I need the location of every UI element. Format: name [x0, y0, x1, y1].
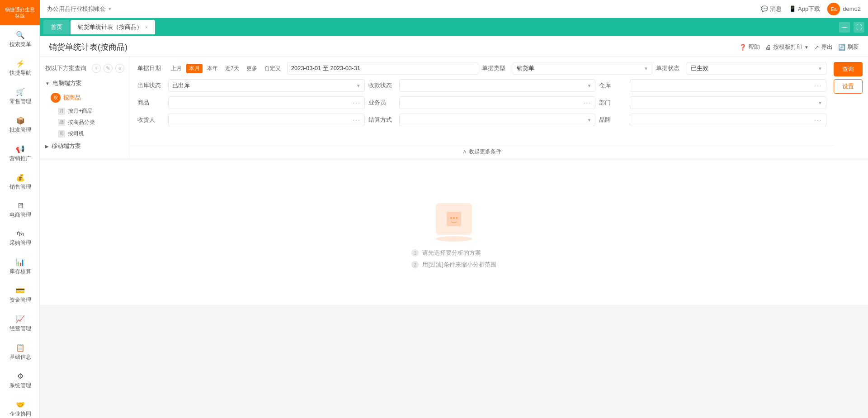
message-icon: 💬: [761, 5, 768, 12]
tab-sales-report[interactable]: 销货单统计表（按商品） ×: [71, 20, 155, 34]
doctype-select[interactable]: 销货单 ▼: [513, 62, 652, 75]
ds-custom[interactable]: 自定义: [262, 64, 283, 73]
recstatus-caret-icon: ▼: [587, 83, 591, 88]
tree-mobile-section[interactable]: ▶ 移动端方案: [40, 139, 130, 153]
date-range-picker[interactable]: 2023-03-01 至 2023-03-31: [287, 62, 478, 75]
ds-last-month[interactable]: 上月: [168, 64, 184, 73]
goods-input[interactable]: ···: [168, 96, 365, 109]
tree-sub-driver[interactable]: 司 按司机: [40, 128, 130, 139]
filter-docstatus-field: 单据状态 已生效 ▼: [656, 62, 826, 75]
filter-date-field: 单据日期 上月 本月 本年 近7天 更多 自定义 2023-03-01 至 20…: [137, 62, 478, 75]
sidebar-item-retail[interactable]: 🛒 零售管理: [0, 82, 39, 111]
add-scheme-btn[interactable]: +: [92, 64, 101, 73]
inventory-icon: 📊: [16, 258, 25, 266]
tab-close-icon[interactable]: ×: [145, 25, 148, 30]
sidebar-item-management[interactable]: 📈 经营管理: [0, 309, 39, 338]
user-menu[interactable]: Ea demo2: [827, 3, 861, 15]
outstatus-caret-icon: ▼: [356, 83, 361, 88]
empty-tip-2: 2 用[过滤]条件来缩小分析范围: [411, 261, 496, 269]
sidebar-item-label: 经营管理: [9, 325, 31, 332]
sidebar-item-label: 销售管理: [9, 183, 31, 191]
export-btn[interactable]: ↗ 导出: [814, 43, 833, 51]
sidebar-item-purchase[interactable]: 🛍 采购管理: [0, 224, 39, 252]
logo: 畅捷通好生意标版: [0, 0, 40, 25]
page-header: 销货单统计表(按商品) ❓ 帮助 🖨 按模板打印 ▼ ↗ 导出 🔄 刷新: [40, 36, 868, 57]
tree-item-by-goods[interactable]: 按 按商品: [40, 90, 130, 105]
svg-point-2: [453, 217, 455, 219]
filter-form-container: 单据日期 上月 本月 本年 近7天 更多 自定义 2023-03-01 至 20…: [130, 57, 834, 158]
settings-btn[interactable]: 设置: [834, 79, 863, 94]
docstatus-select[interactable]: 已生效 ▼: [687, 62, 826, 75]
ds-this-year[interactable]: 本年: [204, 64, 221, 73]
ds-last7days[interactable]: 近7天: [222, 64, 242, 73]
sidebar: 畅捷通好生意标版 🔍 搜索菜单 ⚡ 快捷导航 🛒 零售管理 📦 批发管理 📢 营…: [0, 0, 40, 418]
help-icon: ❓: [739, 44, 746, 51]
month-goods-icon: 月: [58, 108, 65, 115]
ds-this-month[interactable]: 本月: [186, 64, 203, 73]
brand-dots-icon: ···: [814, 116, 822, 124]
sidebar-item-basic[interactable]: 📋 基础信息: [0, 338, 39, 366]
filter-area: 按以下方案查询 + ✎ « ▼ 电脑端方案 按 按商品 月: [40, 57, 868, 158]
filter-goods-field: 商品 ···: [137, 96, 365, 109]
sidebar-item-quicknav[interactable]: ⚡ 快捷导航: [0, 54, 39, 82]
tree-sub-month-goods[interactable]: 月 按月+商品: [40, 105, 130, 117]
salesman-input[interactable]: ···: [399, 96, 596, 109]
home-tab-label: 首页: [51, 23, 62, 31]
brand-input[interactable]: ···: [630, 114, 826, 126]
empty-illustration: [427, 196, 481, 242]
collapse-more-btn[interactable]: ∧ 收起更多条件: [130, 145, 834, 158]
filter-row-4: 收货人 ··· 结算方式 ▼: [137, 114, 826, 126]
filter-receiver-field: 收货人 ···: [137, 114, 365, 126]
outstatus-label: 出库状态: [137, 81, 165, 90]
sidebar-item-collab[interactable]: 🤝 企业协同: [0, 395, 39, 418]
recstatus-label: 收款状态: [368, 81, 396, 90]
sidebar-item-label: 电商管理: [9, 211, 31, 219]
top-title-text: 办公用品行业模拟账套: [47, 5, 106, 13]
driver-icon: 司: [58, 130, 65, 138]
left-panel-actions: + ✎ «: [92, 64, 124, 73]
sidebar-item-sales[interactable]: 💰 销售管理: [0, 168, 39, 196]
warehouse-dots-icon: ···: [814, 82, 822, 89]
tab-maximize-btn[interactable]: ⛶: [854, 22, 864, 33]
topbar-right: 💬 消息 📱 App下载 Ea demo2: [761, 3, 861, 15]
outstatus-select[interactable]: 已出库 ▼: [168, 79, 365, 92]
tab-minimize-btn[interactable]: —: [839, 22, 850, 33]
query-btn[interactable]: 查询: [834, 62, 863, 76]
tree-desktop-section[interactable]: ▼ 电脑端方案: [40, 76, 130, 90]
filter-salesman-field: 业务员 ···: [368, 96, 596, 109]
print-btn[interactable]: 🖨 按模板打印 ▼: [765, 43, 809, 51]
messages-btn[interactable]: 💬 消息: [761, 5, 782, 13]
filter-recstatus-field: 收款状态 ▼: [368, 79, 596, 92]
sidebar-item-label: 资金管理: [9, 296, 31, 304]
date-shortcuts: 上月 本月 本年 近7天 更多 自定义: [168, 64, 283, 73]
dept-label: 部门: [599, 99, 626, 107]
recstatus-select[interactable]: ▼: [399, 79, 596, 92]
payment-select[interactable]: ▼: [399, 114, 596, 126]
sidebar-item-search[interactable]: 🔍 搜索菜单: [0, 25, 39, 54]
help-btn[interactable]: ❓ 帮助: [739, 43, 760, 51]
warehouse-input[interactable]: ···: [630, 79, 826, 92]
tree-sub-goods-category[interactable]: 品 按商品分类: [40, 117, 130, 128]
sidebar-item-marketing[interactable]: 📢 营销推广: [0, 139, 39, 168]
sidebar-item-ecom[interactable]: 🖥 电商管理: [0, 196, 39, 224]
filter-dept-field: 部门 ▼: [599, 96, 826, 109]
sidebar-item-label: 营销推广: [9, 155, 31, 162]
dept-select[interactable]: ▼: [630, 96, 826, 109]
receiver-input[interactable]: ···: [168, 114, 365, 126]
app-download-btn[interactable]: 📱 App下载: [789, 5, 820, 13]
sidebar-item-inventory[interactable]: 📊 库存核算: [0, 252, 39, 281]
sidebar-item-system[interactable]: ⚙ 系统管理: [0, 366, 39, 395]
tabbar: 首页 销货单统计表（按商品） × — ⛶: [40, 18, 868, 36]
tree-mobile-label: 移动端方案: [52, 142, 81, 150]
date-label: 单据日期: [137, 64, 165, 72]
basic-icon: 📋: [16, 343, 25, 352]
sidebar-item-finance[interactable]: 💳 资金管理: [0, 281, 39, 309]
filter-payment-field: 结算方式 ▼: [368, 114, 596, 126]
sidebar-item-wholesale[interactable]: 📦 批发管理: [0, 111, 39, 139]
edit-scheme-btn[interactable]: ✎: [104, 64, 113, 73]
collapse-panel-btn[interactable]: «: [115, 64, 124, 73]
tab-home[interactable]: 首页: [43, 20, 70, 34]
export-icon: ↗: [814, 44, 819, 51]
ds-more[interactable]: 更多: [244, 64, 260, 73]
refresh-btn[interactable]: 🔄 刷新: [838, 43, 859, 51]
